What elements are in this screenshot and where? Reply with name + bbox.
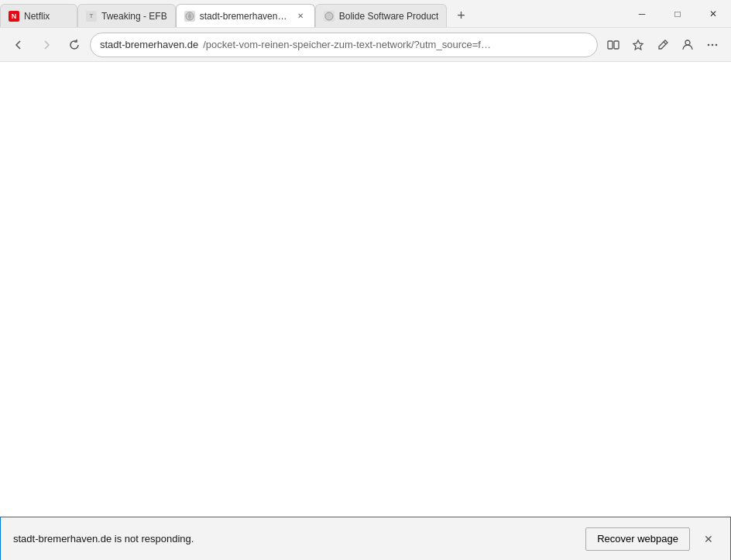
svg-point-1 xyxy=(325,12,333,20)
tab-strip: N Netflix T Tweaking - EFB stadt-bremerh… xyxy=(0,0,624,27)
recover-webpage-button[interactable]: Recover webpage xyxy=(585,527,690,551)
tab-stadt-title: stadt-bremerhaven.d… xyxy=(200,11,290,22)
annotate-button[interactable] xyxy=(650,33,675,57)
back-button[interactable] xyxy=(6,33,31,57)
banner-close-button[interactable]: ✕ xyxy=(699,530,718,548)
svg-rect-2 xyxy=(608,41,613,49)
svg-point-6 xyxy=(685,40,690,45)
new-tab-button[interactable]: + xyxy=(448,4,473,27)
address-bar[interactable]: stadt-bremerhaven.de /pocket-vom-reinen-… xyxy=(90,33,598,57)
svg-point-7 xyxy=(708,43,710,46)
not-responding-message: stadt-bremerhaven.de is not responding. xyxy=(13,533,576,545)
tab-bolide[interactable]: Bolide Software Product xyxy=(315,4,448,27)
tab-bolide-title: Bolide Software Product xyxy=(339,11,439,22)
maximize-button[interactable]: □ xyxy=(660,0,695,28)
profile-button[interactable] xyxy=(675,33,700,57)
address-domain: stadt-bremerhaven.de xyxy=(100,39,198,50)
title-bar: N Netflix T Tweaking - EFB stadt-bremerh… xyxy=(0,0,731,28)
window-controls: ─ □ ✕ xyxy=(624,0,731,27)
svg-rect-3 xyxy=(614,41,619,49)
tab-stadt-close-button[interactable]: ✕ xyxy=(294,10,307,22)
toolbar-buttons xyxy=(601,33,725,57)
content-area xyxy=(0,62,731,517)
split-screen-button[interactable] xyxy=(601,33,626,57)
svg-point-8 xyxy=(712,43,714,46)
settings-menu-button[interactable] xyxy=(700,33,725,57)
forward-button[interactable] xyxy=(34,33,59,57)
tab-stadt-bremerhaven[interactable]: stadt-bremerhaven.d… ✕ xyxy=(176,4,315,27)
tab-netflix[interactable]: N Netflix xyxy=(0,4,77,27)
tab-netflix-title: Netflix xyxy=(24,11,69,22)
minimize-button[interactable]: ─ xyxy=(624,0,660,28)
tab-tweaking-title: Tweaking - EFB xyxy=(101,11,167,22)
netflix-favicon-icon: N xyxy=(9,11,19,22)
address-path: /pocket-vom-reinen-speicher-zum-text-net… xyxy=(203,39,491,50)
tab-tweaking[interactable]: T Tweaking - EFB xyxy=(77,4,176,27)
refresh-button[interactable] xyxy=(62,33,87,57)
close-button[interactable]: ✕ xyxy=(695,0,731,28)
stadt-favicon-icon xyxy=(184,11,195,22)
favorites-button[interactable] xyxy=(626,33,650,57)
svg-marker-4 xyxy=(633,40,643,50)
not-responding-banner: stadt-bremerhaven.de is not responding. … xyxy=(0,517,731,560)
tweaking-favicon-icon: T xyxy=(86,11,97,22)
bolide-favicon-icon xyxy=(324,11,335,22)
svg-line-5 xyxy=(664,42,666,44)
svg-point-9 xyxy=(716,43,718,46)
navigation-bar: stadt-bremerhaven.de /pocket-vom-reinen-… xyxy=(0,28,731,62)
